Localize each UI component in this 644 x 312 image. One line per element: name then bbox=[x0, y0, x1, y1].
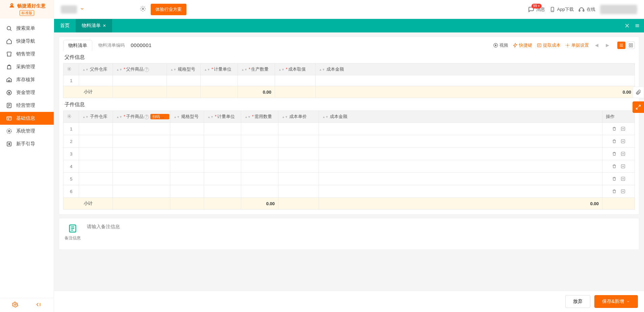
child-col-wh[interactable]: ▲▼子件仓库 bbox=[79, 111, 113, 123]
sidebar-item-2[interactable]: 销售管理 bbox=[0, 48, 54, 61]
view-list-icon[interactable] bbox=[617, 42, 625, 49]
sidebar-item-label: 基础信息 bbox=[16, 115, 35, 121]
tab-bom-label: 物料清单 bbox=[82, 23, 101, 29]
user-area-blurred[interactable] bbox=[600, 5, 637, 14]
notes-input[interactable] bbox=[87, 224, 634, 244]
app-download-button[interactable]: App下载 bbox=[550, 6, 574, 13]
delete-row-icon[interactable] bbox=[611, 163, 618, 170]
child-gear-header[interactable] bbox=[64, 111, 79, 123]
save-and-new-button[interactable]: 保存&新增 bbox=[594, 295, 638, 308]
next-doc-icon[interactable]: ▶ bbox=[604, 43, 611, 48]
add-row-icon[interactable] bbox=[620, 138, 626, 145]
shop-icon bbox=[6, 51, 12, 57]
sidebar-item-8[interactable]: 系统管理 bbox=[0, 125, 54, 138]
table-row[interactable]: 4 bbox=[64, 160, 635, 173]
table-row[interactable]: 6 bbox=[64, 185, 635, 198]
tab-bom[interactable]: 物料清单 ✕ bbox=[76, 19, 112, 32]
delete-row-icon[interactable] bbox=[611, 125, 618, 132]
topbar: 体验行业方案 99 + 消息 App下载 在线 bbox=[54, 0, 644, 19]
sidebar-item-4[interactable]: 库存核算 bbox=[0, 73, 54, 86]
doc-tab[interactable]: 物料清单 bbox=[63, 40, 92, 51]
chevron-down-icon bbox=[80, 6, 84, 12]
parent-col-item[interactable]: ▲▼*父件商品? bbox=[113, 64, 167, 75]
table-row[interactable]: 1 bbox=[64, 123, 635, 135]
sidebar-item-9[interactable]: 新手引导 bbox=[0, 138, 54, 150]
child-table: ▲▼子件仓库 ▲▼*子件商品?扫码录入 ▲▼规格型号 ▲▼*计量单位 ▲▼*需用… bbox=[63, 111, 635, 210]
scan-chip[interactable]: 扫码录入 bbox=[150, 114, 169, 119]
help-icon[interactable]: ? bbox=[144, 67, 149, 72]
parent-gear-header[interactable] bbox=[64, 64, 79, 75]
view-card-icon[interactable] bbox=[627, 42, 635, 49]
experience-button[interactable]: 体验行业方案 bbox=[151, 4, 187, 15]
org-selector[interactable] bbox=[61, 5, 135, 14]
form-icon bbox=[6, 115, 12, 121]
svg-point-12 bbox=[8, 130, 10, 132]
parent-col-uom[interactable]: ▲▼*计量单位 bbox=[201, 64, 238, 75]
extract-cost-link[interactable]: 提取成本 bbox=[537, 42, 561, 48]
doc-settings-link[interactable]: 单据设置 bbox=[565, 42, 589, 48]
attachment-icon[interactable] bbox=[633, 87, 644, 98]
sidebar-item-label: 搜索菜单 bbox=[16, 25, 35, 31]
delete-row-icon[interactable] bbox=[611, 175, 618, 182]
brand-name: 畅捷通好生意 bbox=[17, 3, 46, 9]
child-col-item[interactable]: ▲▼*子件商品?扫码录入 bbox=[113, 111, 170, 123]
sidebar-item-label: 资金管理 bbox=[16, 90, 35, 96]
parent-col-qty[interactable]: ▲▼*生产数量 bbox=[238, 64, 275, 75]
notes-icon bbox=[68, 224, 77, 233]
tabs-row: 首页 物料清单 ✕ bbox=[54, 19, 644, 32]
child-col-costamt[interactable]: ▲▼成本金额 bbox=[319, 111, 602, 123]
shortcut-link[interactable]: 快捷键 bbox=[513, 42, 532, 48]
add-row-icon[interactable] bbox=[620, 125, 626, 132]
sidebar-item-5[interactable]: 资金管理 bbox=[0, 86, 54, 99]
video-link[interactable]: 视频 bbox=[493, 42, 508, 48]
discard-button[interactable]: 放弃 bbox=[565, 295, 590, 308]
sidebar-item-1[interactable]: 快捷导航 bbox=[0, 35, 54, 48]
table-row[interactable]: 5 bbox=[64, 173, 635, 185]
parent-col-spec[interactable]: ▲▼规格型号 bbox=[167, 64, 201, 75]
sidebar-bottom bbox=[0, 298, 54, 312]
add-row-icon[interactable] bbox=[620, 175, 626, 182]
svg-point-27 bbox=[567, 45, 568, 46]
tab-more-icon[interactable] bbox=[633, 22, 641, 30]
child-col-spec[interactable]: ▲▼规格型号 bbox=[170, 111, 204, 123]
parent-col-costamt[interactable]: ▲▼成本金额 bbox=[316, 64, 635, 75]
sidebar-item-3[interactable]: 采购管理 bbox=[0, 61, 54, 73]
delete-row-icon[interactable] bbox=[611, 188, 618, 195]
expand-icon[interactable] bbox=[633, 101, 644, 113]
add-row-icon[interactable] bbox=[620, 163, 626, 170]
messages-button[interactable]: 99 + 消息 bbox=[528, 6, 545, 13]
sidebar-item-6[interactable]: 经营管理 bbox=[0, 99, 54, 112]
settings-icon[interactable] bbox=[12, 302, 18, 309]
tab-home[interactable]: 首页 bbox=[54, 19, 76, 32]
child-subtotal-need: 0.00 bbox=[241, 198, 278, 210]
app-label: App下载 bbox=[557, 6, 574, 13]
help-icon[interactable]: ? bbox=[144, 115, 149, 119]
add-row-icon[interactable] bbox=[620, 188, 626, 195]
table-row[interactable]: 1 bbox=[64, 75, 635, 86]
prev-doc-icon[interactable]: ◀ bbox=[594, 43, 600, 48]
online-support-button[interactable]: 在线 bbox=[578, 6, 595, 13]
sidebar-item-0[interactable]: 搜索菜单 bbox=[0, 22, 54, 35]
sidebar-item-label: 新手引导 bbox=[16, 141, 35, 147]
delete-row-icon[interactable] bbox=[611, 150, 618, 157]
child-col-ops: 操作 bbox=[602, 111, 635, 123]
child-col-unitcost[interactable]: ▲▼成本单价 bbox=[278, 111, 319, 123]
sys-icon bbox=[6, 128, 12, 134]
collapse-icon[interactable] bbox=[35, 302, 42, 309]
svg-point-11 bbox=[7, 129, 11, 134]
parent-col-costsrc[interactable]: ▲▼*成本取值 bbox=[275, 64, 316, 75]
sidebar-item-7[interactable]: 基础信息 bbox=[0, 112, 54, 125]
delete-row-icon[interactable] bbox=[611, 138, 618, 145]
org-settings-icon[interactable] bbox=[140, 6, 146, 13]
child-col-need[interactable]: ▲▼*需用数量 bbox=[241, 111, 278, 123]
child-col-uom[interactable]: ▲▼*计量单位 bbox=[204, 111, 241, 123]
table-row[interactable]: 2 bbox=[64, 135, 635, 148]
footer: 放弃 保存&新增 bbox=[54, 291, 644, 312]
document-panel: 物料清单 物料清单编码 0000001 视频 快捷键 提取成本 单据设置 ◀ ▶ bbox=[59, 37, 639, 215]
chevron-down-icon bbox=[626, 299, 630, 304]
table-row[interactable]: 3 bbox=[64, 148, 635, 160]
parent-col-wh[interactable]: ▲▼父件仓库 bbox=[79, 64, 113, 75]
tab-close-all-icon[interactable] bbox=[623, 22, 631, 30]
add-row-icon[interactable] bbox=[620, 150, 626, 157]
close-icon[interactable]: ✕ bbox=[103, 23, 106, 28]
